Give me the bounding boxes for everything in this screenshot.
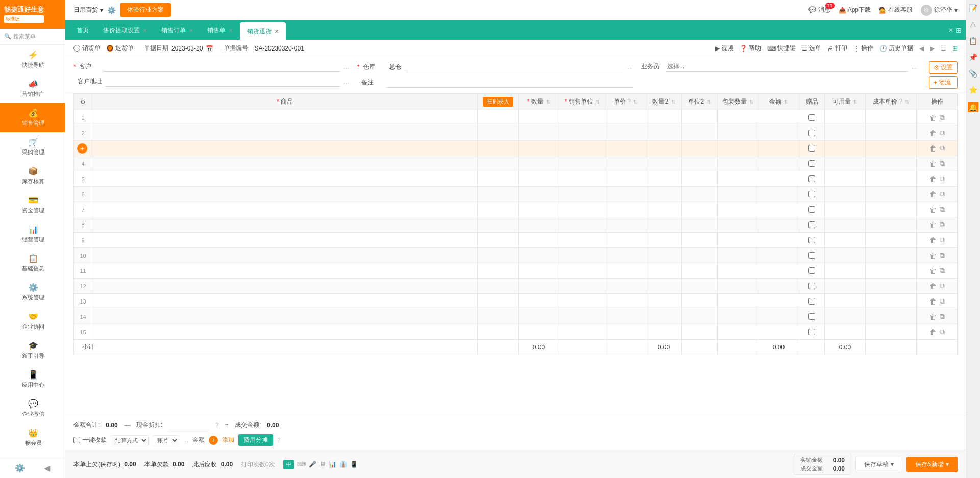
qty2-cell[interactable] <box>646 125 682 141</box>
product-input-15[interactable] <box>95 329 474 336</box>
bottom-icon-6[interactable]: 👔 <box>339 461 347 468</box>
gift-check-12[interactable] <box>808 283 815 289</box>
unit2-cell[interactable] <box>682 187 718 202</box>
settle-method-select[interactable]: 结算方式 <box>111 435 149 445</box>
dots-btn1[interactable]: ... <box>183 437 188 444</box>
unit-cell[interactable] <box>559 141 605 156</box>
qty-input-7[interactable] <box>522 206 556 213</box>
product-cell[interactable] <box>92 309 478 324</box>
tab-sales-order[interactable]: 销售订单 ✕ <box>154 20 200 40</box>
qty2-cell[interactable] <box>646 141 682 156</box>
product-input-14[interactable] <box>95 313 474 320</box>
amount-cell[interactable] <box>758 309 799 324</box>
price-cell[interactable] <box>605 263 646 279</box>
price-cell[interactable] <box>605 309 646 324</box>
pack-qty-cell[interactable] <box>718 309 758 324</box>
pack-qty-cell[interactable] <box>718 233 758 248</box>
one-click-checkbox[interactable]: 一键收款 <box>74 436 107 444</box>
delete-icon-8[interactable]: 🗑 <box>929 221 937 229</box>
delete-icon-10[interactable]: 🗑 <box>929 251 937 260</box>
price-cell[interactable] <box>605 141 646 156</box>
product-cell[interactable] <box>92 233 478 248</box>
product-cell[interactable] <box>92 156 478 171</box>
product-cell[interactable] <box>92 263 478 279</box>
settings-bottom-icon[interactable]: ⚙️ <box>15 463 25 473</box>
gift-check-9[interactable] <box>808 237 815 243</box>
gift-cell[interactable] <box>799 263 825 279</box>
qty-input-13[interactable] <box>522 298 556 305</box>
staff-input[interactable] <box>666 61 908 72</box>
save-draft-btn[interactable]: 保存草稿 ▾ <box>855 457 902 472</box>
delete-icon-4[interactable]: 🗑 <box>929 160 937 168</box>
pack-qty-cell[interactable] <box>718 110 758 125</box>
price-help-icon[interactable]: ? <box>627 98 631 105</box>
unit-cell[interactable] <box>559 187 605 202</box>
delete-icon-3[interactable]: 🗑 <box>929 144 937 153</box>
qty-cell[interactable] <box>519 156 559 171</box>
product-input-9[interactable] <box>95 237 474 244</box>
calendar-icon[interactable]: 📅 <box>206 45 213 52</box>
product-input-2[interactable] <box>95 130 474 137</box>
gift-check-7[interactable] <box>808 206 815 213</box>
qty-input-9[interactable] <box>522 237 556 244</box>
qty-cell[interactable] <box>519 202 559 217</box>
history-btn[interactable]: 🕐 历史单据 <box>879 44 913 53</box>
gift-cell[interactable] <box>799 156 825 171</box>
qty2-cell[interactable] <box>646 156 682 171</box>
amount-cell[interactable] <box>758 324 799 340</box>
tab-price-settings[interactable]: 售价提取设置 ✕ <box>96 20 154 40</box>
qty-input-1[interactable] <box>522 114 556 121</box>
gift-cell[interactable] <box>799 110 825 125</box>
radio-return-input[interactable] <box>107 45 113 52</box>
address-input[interactable] <box>105 76 340 87</box>
delete-icon-7[interactable]: 🗑 <box>929 206 937 214</box>
message-btn[interactable]: 💬 消息 70 <box>808 6 830 14</box>
price-cell[interactable] <box>605 202 646 217</box>
tab-sales-order-close[interactable]: ✕ <box>189 28 193 33</box>
unit2-cell[interactable] <box>682 248 718 263</box>
product-input-11[interactable] <box>95 267 474 274</box>
gift-check-14[interactable] <box>808 313 815 320</box>
operate-btn[interactable]: ⋮ 操作 <box>853 44 873 53</box>
view-list-icon[interactable]: ☰ <box>941 45 946 52</box>
settings-side-btn[interactable]: ⚙ 设置 <box>929 61 958 74</box>
product-cell[interactable] <box>92 202 478 217</box>
th-gear[interactable]: ⚙ <box>74 94 92 110</box>
sidebar-item-inventory[interactable]: 📦 库存核算 <box>0 161 65 190</box>
expand-tabs-btn[interactable]: ⊞ <box>955 26 962 34</box>
copy-icon-12[interactable]: ⧉ <box>940 282 945 290</box>
gift-cell[interactable] <box>799 309 825 324</box>
qty-cell[interactable] <box>519 263 559 279</box>
cost-sort-icon[interactable]: ⇅ <box>905 99 909 105</box>
copy-icon-1[interactable]: ⧉ <box>940 113 945 122</box>
unit2-cell[interactable] <box>682 156 718 171</box>
product-cell[interactable] <box>92 141 478 156</box>
gift-cell[interactable] <box>799 217 825 233</box>
product-cell[interactable] <box>92 187 478 202</box>
close-all-tabs-btn[interactable]: ✕ <box>948 27 953 34</box>
unit-cell[interactable] <box>559 324 605 340</box>
sidebar-item-collab[interactable]: 🤝 企业协同 <box>0 307 65 336</box>
qty2-cell[interactable] <box>646 294 682 309</box>
right-icon-3[interactable]: 📋 <box>969 37 977 45</box>
add-payment-btn[interactable]: + <box>209 436 218 445</box>
radio-return[interactable]: 退货单 <box>107 44 134 53</box>
right-icon-6[interactable]: ⭐ <box>969 86 977 94</box>
delete-icon-15[interactable]: 🗑 <box>929 328 937 336</box>
qty-input-14[interactable] <box>522 313 556 320</box>
unit2-cell[interactable] <box>682 202 718 217</box>
copy-icon-14[interactable]: ⧉ <box>940 312 945 321</box>
copy-icon-11[interactable]: ⧉ <box>940 266 945 275</box>
pack-qty-cell[interactable] <box>718 248 758 263</box>
scan-btn[interactable]: 扫码录入 <box>483 97 513 107</box>
user-menu[interactable]: 徐 徐泽华 ▾ <box>921 5 958 16</box>
delete-icon-13[interactable]: 🗑 <box>929 297 937 306</box>
unit2-cell[interactable] <box>682 125 718 141</box>
amount-cell[interactable] <box>758 217 799 233</box>
sidebar-item-sales[interactable]: 💰 销售管理 <box>0 103 65 132</box>
product-input-10[interactable] <box>95 252 474 259</box>
unit2-cell[interactable] <box>682 141 718 156</box>
sidebar-item-member[interactable]: 👑 畅会员 <box>0 423 65 452</box>
sidebar-item-operations[interactable]: 📊 经营管理 <box>0 219 65 248</box>
product-cell[interactable] <box>92 110 478 125</box>
